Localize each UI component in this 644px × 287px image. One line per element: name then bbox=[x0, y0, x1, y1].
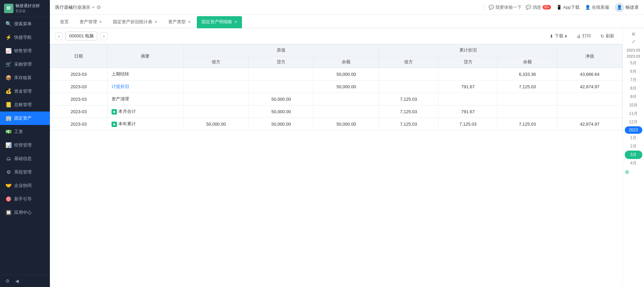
tab-close-asset-type[interactable]: ✕ bbox=[188, 20, 191, 24]
timeline-close-icon[interactable]: ✕ bbox=[631, 31, 636, 37]
timeline-month-7月[interactable]: 7月 bbox=[625, 76, 642, 84]
col-yz-jf: 借方 bbox=[183, 56, 248, 68]
timeline-arrow-down[interactable]: ⊕ bbox=[625, 169, 642, 175]
timeline-prev-label: 2023.03 bbox=[627, 54, 640, 58]
tab-close-asset-mgmt[interactable]: ✕ bbox=[99, 20, 102, 24]
cell-yz-jf bbox=[183, 105, 248, 118]
sidebar-icon-enterprise: 🤝 bbox=[5, 183, 11, 189]
timeline-month-2023-4月[interactable]: 4月 bbox=[625, 159, 642, 167]
sidebar-item-enterprise[interactable]: 🤝企业协同 bbox=[0, 179, 50, 192]
sidebar-icon-capital: 💰 bbox=[5, 88, 11, 94]
title-chevron-icon[interactable]: ▾ bbox=[92, 5, 94, 10]
cell-ljzj-jf: 7,125.03 bbox=[379, 105, 438, 118]
tab-asset-ledger[interactable]: 固定资产明细账✕ bbox=[197, 16, 242, 28]
sidebar-label-sales: 销售管理 bbox=[14, 48, 32, 54]
cell-ljzj-ye: 7,125.03 bbox=[498, 118, 557, 130]
col-group-yuanzhi: 原值 bbox=[183, 44, 379, 56]
col-ljzj-df: 贷方 bbox=[438, 56, 497, 68]
cell-date: 2023-03 bbox=[50, 118, 108, 130]
sidebar-item-system[interactable]: ⚙系统管理 bbox=[0, 165, 50, 179]
sidebar-label-system: 系统管理 bbox=[14, 169, 32, 175]
collapse-icon[interactable]: ◀ bbox=[15, 278, 19, 284]
cell-desc: 上期结转 bbox=[107, 68, 183, 81]
col-ljzj-ye: 余额 bbox=[498, 56, 557, 68]
timeline-month-10月[interactable]: 10月 bbox=[625, 101, 642, 109]
notification-btn[interactable]: 💬 消息 99+ bbox=[526, 4, 551, 10]
download-btn[interactable]: 📱 App下载 bbox=[556, 4, 580, 10]
col-yz-ye: 余额 bbox=[314, 56, 379, 68]
timeline-month-2023-1月[interactable]: 1月 bbox=[625, 134, 642, 142]
cell-desc: 资产清理 bbox=[107, 93, 183, 105]
sidebar-item-guide[interactable]: 🎯新手引导 bbox=[0, 192, 50, 206]
download-icon: 📱 bbox=[556, 5, 562, 10]
sidebar-item-operation[interactable]: 📊经营管理 bbox=[0, 138, 50, 152]
timeline-month-6月[interactable]: 6月 bbox=[625, 67, 642, 76]
settings-icon[interactable]: ⚙ bbox=[5, 278, 10, 284]
logo-sub: 普及版 bbox=[16, 9, 40, 13]
sidebar-item-capital[interactable]: 💰资金管理 bbox=[0, 85, 50, 98]
timeline-month-5月[interactable]: 5月 bbox=[625, 59, 642, 67]
sidebar-icon-fixed-assets: 🏢 bbox=[5, 115, 11, 121]
tab-label-asset-ledger: 固定资产明细账 bbox=[202, 19, 232, 25]
tab-close-depreciation-stats[interactable]: ✕ bbox=[154, 20, 157, 24]
tab-label-depreciation-stats: 固定资产折旧统计表 bbox=[113, 19, 152, 25]
sidebar-item-app-center[interactable]: 🔲应用中心 bbox=[0, 206, 50, 219]
topbar-right: 💬 消息 99+ 📱 App下载 👤 在线客服 👤 畅捷通 bbox=[526, 3, 639, 12]
timeline-year-2023[interactable]: 2023 bbox=[625, 126, 642, 134]
sidebar-item-ledger[interactable]: 📒总账管理 bbox=[0, 98, 50, 111]
user-avatar: 👤 bbox=[615, 3, 624, 12]
sidebar-item-purchase[interactable]: 🛒采购管理 bbox=[0, 58, 50, 71]
sidebar-label-salary: 工资 bbox=[14, 129, 23, 135]
table-row: 2023-03 资产清理 50,000.00 7,125.03 bbox=[50, 93, 622, 105]
sidebar-icon-quick-nav: ⚡ bbox=[5, 34, 11, 40]
tab-label-home: 首页 bbox=[60, 19, 69, 25]
sidebar-label-fixed-assets: 固定资产 bbox=[14, 115, 32, 121]
timeline-expand-icon[interactable]: ⤢ bbox=[632, 39, 636, 44]
topbar-gear-icon[interactable]: ⚙ bbox=[96, 4, 101, 10]
cell-yz-df: 50,000.00 bbox=[249, 118, 314, 130]
timeline-month-12月[interactable]: 12月 bbox=[625, 118, 642, 126]
sidebar-item-basic-info[interactable]: 🗂基础信息 bbox=[0, 152, 50, 165]
timeline-month-2023-2月[interactable]: 2月 bbox=[625, 142, 642, 151]
sidebar-item-inventory[interactable]: 📦库存核算 bbox=[0, 71, 50, 85]
experience-btn[interactable]: 💬 我要体验一下 bbox=[489, 4, 522, 10]
next-asset-btn[interactable]: › bbox=[100, 32, 108, 40]
cell-yz-ye: 50,000.00 bbox=[314, 118, 379, 130]
sidebar-label-capital: 资金管理 bbox=[14, 88, 32, 94]
timeline-month-2023-3月[interactable]: 3月 bbox=[625, 151, 642, 159]
cell-desc: ■本年累计 bbox=[107, 118, 183, 130]
cell-ljzj-df bbox=[438, 68, 497, 81]
tab-close-asset-ledger[interactable]: ✕ bbox=[234, 20, 237, 24]
cell-jingzhi: 42,874.97 bbox=[557, 118, 622, 130]
tab-asset-mgmt[interactable]: 资产管理✕ bbox=[75, 16, 107, 28]
service-icon: 👤 bbox=[585, 5, 590, 10]
tab-label-asset-type: 资产类型 bbox=[168, 19, 186, 25]
tabbar: 首页资产管理✕固定资产折旧统计表✕资产类型✕固定资产明细账✕ bbox=[50, 15, 644, 28]
asset-toolbar: ‹ 000001 电脑 › ⬇ 下载 ▾ 🖨 打印 ↻ 刷新 bbox=[50, 28, 622, 44]
timeline-month-9月[interactable]: 9月 bbox=[625, 93, 642, 101]
cell-ljzj-jf bbox=[379, 81, 438, 93]
table-row: 2023-03 ■本月合计 50,000.00 7,125.03 791.67 bbox=[50, 105, 622, 118]
sidebar-item-salary[interactable]: 💵工资 bbox=[0, 125, 50, 138]
tab-home[interactable]: 首页 bbox=[55, 16, 73, 28]
sidebar-item-sales[interactable]: 📈销售管理 bbox=[0, 44, 50, 58]
timeline-month-8月[interactable]: 8月 bbox=[625, 84, 642, 93]
sidebar-item-fixed-assets[interactable]: 🏢固定资产 bbox=[0, 111, 50, 125]
download-btn[interactable]: ⬇ 下载 ▾ bbox=[547, 32, 570, 40]
sidebar-item-quick-nav[interactable]: ⚡快捷导航 bbox=[0, 31, 50, 44]
print-btn[interactable]: 🖨 打印 bbox=[574, 32, 594, 40]
tab-depreciation-stats[interactable]: 固定资产折旧统计表✕ bbox=[108, 16, 162, 28]
service-btn[interactable]: 👤 在线客服 bbox=[585, 4, 609, 10]
sidebar-icon-ledger: 📒 bbox=[5, 102, 11, 108]
cell-yz-df: 50,000.00 bbox=[249, 105, 314, 118]
user-area[interactable]: 👤 畅捷通 bbox=[615, 3, 639, 12]
col-ljzj-jf: 借方 bbox=[379, 56, 438, 68]
prev-asset-btn[interactable]: ‹ bbox=[55, 32, 63, 40]
sidebar-item-search[interactable]: 🔍搜索菜单 bbox=[0, 17, 50, 31]
timeline-month-11月[interactable]: 11月 bbox=[625, 109, 642, 118]
user-label: 畅捷通 bbox=[625, 4, 639, 10]
cell-yz-ye: 50,000.00 bbox=[314, 68, 379, 81]
refresh-btn[interactable]: ↻ 刷新 bbox=[598, 32, 617, 40]
print-label: 打印 bbox=[582, 33, 591, 39]
tab-asset-type[interactable]: 资产类型✕ bbox=[163, 16, 195, 28]
